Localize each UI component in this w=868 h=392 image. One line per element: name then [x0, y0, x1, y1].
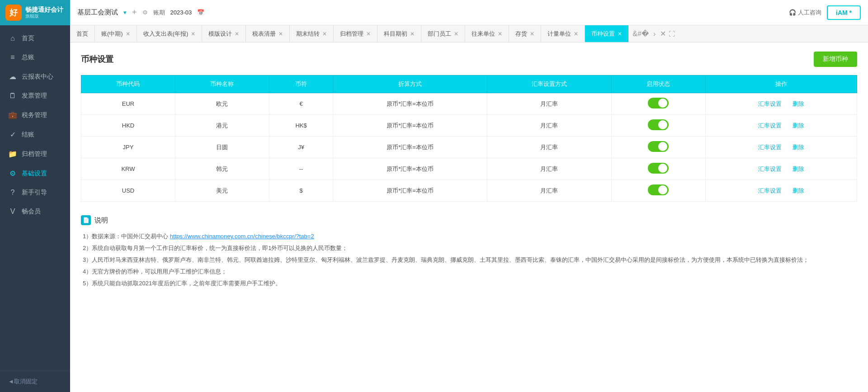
- close-all-tabs-button[interactable]: ✕: [657, 29, 669, 38]
- notice-item: 1）数据来源：中国外汇交易中心 https://www.chinamoney.c…: [81, 231, 857, 242]
- expand-icon[interactable]: ⛶: [669, 30, 675, 38]
- main-area: 基层工会测试 ▾ + ⚙ 账期 2023-03 📅 🎧 人工咨询 iAM * 首…: [70, 0, 868, 392]
- toggle-enabled[interactable]: [648, 98, 669, 109]
- notice-section: 📄 说明 1）数据来源：中国外汇交易中心 https://www.chinamo…: [81, 215, 857, 289]
- tab-income-report[interactable]: 收入支出表(年报) ✕: [137, 25, 203, 43]
- notice-link[interactable]: https://www.chinamoney.com.cn/chinese/bk…: [170, 233, 314, 240]
- delete-link[interactable]: 删除: [793, 165, 804, 172]
- headphone-icon: 🎧: [789, 9, 796, 16]
- sidebar-item-label: 基础设置: [22, 170, 47, 178]
- toggle-knob: [658, 185, 667, 194]
- sidebar-collapse[interactable]: ◄取消固定: [0, 371, 70, 392]
- iam-button[interactable]: iAM *: [827, 5, 861, 20]
- sidebar-item-label: 税务管理: [22, 111, 47, 119]
- tab-close-icon[interactable]: ✕: [278, 31, 283, 37]
- cell-calc: 原币*汇率=本位币: [333, 115, 487, 137]
- cell-calc: 原币*汇率=本位币: [333, 93, 487, 115]
- tab-close-icon[interactable]: ✕: [454, 31, 458, 37]
- notice-title: 说明: [94, 216, 108, 225]
- toggle-enabled[interactable]: [648, 141, 669, 152]
- tab-dept-staff[interactable]: 部门员工 ✕: [421, 25, 465, 43]
- tab-subject-init[interactable]: 科目期初 ✕: [377, 25, 421, 43]
- cell-name: 美元: [175, 180, 269, 202]
- tab-close-icon[interactable]: ✕: [235, 31, 239, 37]
- tab-counterparty[interactable]: 往来单位 ✕: [465, 25, 509, 43]
- sidebar-item-invoice[interactable]: 🗒 发票管理: [0, 86, 70, 105]
- toggle-enabled[interactable]: [648, 163, 669, 174]
- add-company-button[interactable]: +: [132, 8, 137, 17]
- table-row: USD 美元 $ 原币*汇率=本位币 月汇率 汇率设置 删除: [81, 180, 857, 202]
- tab-prev-icon[interactable]: &#�: [631, 29, 651, 38]
- tab-mid-period[interactable]: 账(中期) ✕: [95, 25, 137, 43]
- tab-template[interactable]: 模版设计 ✕: [202, 25, 246, 43]
- rate-setting-link[interactable]: 汇率设置: [758, 144, 782, 151]
- tab-home[interactable]: 首页: [70, 25, 95, 43]
- sidebar: 好 畅捷通好会计 旗舰版 ⌂ 首页 ≡ 总账 ☁ 云报表中心 🗒 发票管理 💼 …: [0, 0, 70, 392]
- cell-symbol: €: [269, 93, 333, 115]
- tab-label: 归档管理: [340, 30, 363, 38]
- sidebar-item-home[interactable]: ⌂ 首页: [0, 29, 70, 48]
- toggle-enabled[interactable]: [648, 184, 669, 195]
- cell-rate-type: 月汇率: [487, 180, 611, 202]
- sidebar-item-ledger[interactable]: ≡ 总账: [0, 48, 70, 67]
- rate-setting-link[interactable]: 汇率设置: [758, 100, 782, 107]
- toggle-enabled[interactable]: [648, 119, 669, 130]
- delete-link[interactable]: 删除: [793, 100, 804, 107]
- cell-rate-type: 月汇率: [487, 137, 611, 158]
- calendar-icon[interactable]: 📅: [197, 9, 204, 16]
- sidebar-item-tax[interactable]: 💼 税务管理: [0, 105, 70, 125]
- cell-action: 汇率设置 删除: [705, 158, 857, 180]
- tab-close-icon[interactable]: ✕: [366, 31, 371, 37]
- page-header: 币种设置 新增币种: [81, 52, 857, 67]
- period-label: 账期: [153, 9, 165, 17]
- cell-action: 汇率设置 删除: [705, 93, 857, 115]
- sidebar-item-archive[interactable]: 📁 归档管理: [0, 144, 70, 164]
- tab-unit[interactable]: 计量单位 ✕: [541, 25, 585, 43]
- tax-icon: 💼: [8, 111, 17, 119]
- tab-inventory[interactable]: 存货 ✕: [509, 25, 541, 43]
- logo-area: 好 畅捷通好会计 旗舰版: [0, 0, 70, 25]
- tab-close-icon[interactable]: ✕: [498, 31, 502, 37]
- notice-item: 3）人民币对马来西亚林吉特、俄罗斯卢布、南非兰特、韩元、阿联酋迪拉姆、沙特里亚尔…: [81, 254, 857, 266]
- sidebar-item-basic[interactable]: ⚙ 基础设置: [0, 164, 70, 183]
- toggle-knob: [658, 120, 667, 129]
- tab-archive[interactable]: 归档管理 ✕: [334, 25, 377, 43]
- tab-next-icon[interactable]: ›: [651, 30, 657, 38]
- tab-tax-book[interactable]: 税表清册 ✕: [246, 25, 290, 43]
- tab-close-icon[interactable]: ✕: [618, 31, 622, 37]
- cell-action: 汇率设置 删除: [705, 115, 857, 137]
- new-currency-button[interactable]: 新增币种: [814, 52, 857, 67]
- tab-close-icon[interactable]: ✕: [322, 31, 327, 37]
- tab-currency[interactable]: 币种设置 ✕: [585, 25, 629, 43]
- rate-setting-link[interactable]: 汇率设置: [758, 187, 782, 194]
- tab-close-icon[interactable]: ✕: [574, 31, 578, 37]
- tab-close-icon[interactable]: ✕: [191, 31, 195, 37]
- sidebar-item-guide[interactable]: ? 新手引导: [0, 183, 70, 202]
- settings-icon[interactable]: ⚙: [142, 9, 148, 16]
- table-row: HKD 港元 HK$ 原币*汇率=本位币 月汇率 汇率设置 删除: [81, 115, 857, 137]
- table-row: KRW 韩元 -- 原币*汇率=本位币 月汇率 汇率设置 删除: [81, 158, 857, 180]
- tab-label: 部门员工: [428, 30, 451, 38]
- toggle-knob: [658, 164, 667, 173]
- delete-link[interactable]: 删除: [793, 122, 804, 129]
- customer-service-button[interactable]: 🎧 人工咨询: [789, 9, 821, 17]
- tab-close-icon[interactable]: ✕: [126, 31, 130, 37]
- company-dropdown[interactable]: ▾: [123, 9, 127, 16]
- tab-period-close[interactable]: 期末结转 ✕: [290, 25, 334, 43]
- invoice-icon: 🗒: [8, 92, 17, 100]
- tab-close-icon[interactable]: ✕: [410, 31, 415, 37]
- rate-setting-link[interactable]: 汇率设置: [758, 122, 782, 129]
- ledger-icon: ≡: [8, 53, 17, 61]
- tab-close-icon[interactable]: ✕: [530, 31, 534, 37]
- delete-link[interactable]: 删除: [793, 187, 804, 194]
- cell-status: [611, 115, 705, 137]
- sidebar-item-reports[interactable]: ☁ 云报表中心: [0, 67, 70, 86]
- tab-label: 计量单位: [547, 30, 571, 38]
- sidebar-item-settle[interactable]: ✓ 结账: [0, 125, 70, 144]
- sidebar-item-member[interactable]: V 畅会员: [0, 202, 70, 221]
- cell-name: 韩元: [175, 158, 269, 180]
- cell-symbol: $: [269, 180, 333, 202]
- delete-link[interactable]: 删除: [793, 144, 804, 151]
- toggle-knob: [658, 142, 667, 151]
- rate-setting-link[interactable]: 汇率设置: [758, 165, 782, 172]
